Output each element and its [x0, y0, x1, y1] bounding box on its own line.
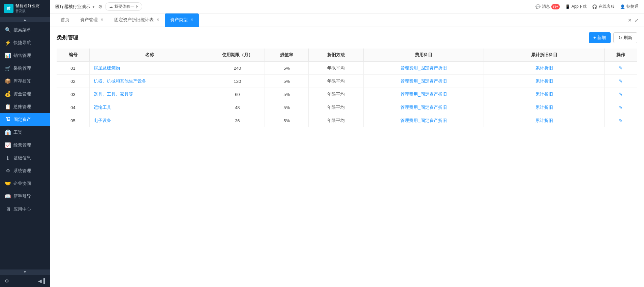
sidebar-item-系统管理[interactable]: ⚙系统管理 [0, 164, 50, 177]
refresh-button[interactable]: ↻ 刷新 [613, 32, 637, 43]
new-button[interactable]: + 新增 [589, 32, 611, 43]
cell-name-text-3[interactable]: 运输工具 [94, 105, 111, 110]
app-download-item[interactable]: 📱 App下载 [565, 4, 587, 9]
sidebar-icon-14: 🖥 [5, 206, 11, 212]
edit-icon-3[interactable]: ✎ [619, 105, 623, 110]
tab-label-3: 资产类型 [170, 17, 188, 23]
sidebar-item-库存核算[interactable]: 📦库存核算 [0, 75, 50, 88]
cell-accum-text-2[interactable]: 累计折旧 [535, 92, 553, 97]
cell-months-0: 240 [210, 62, 265, 75]
message-label: 消息 [542, 4, 550, 9]
sidebar-footer: ⚙ ◀▐ [0, 275, 50, 287]
message-item[interactable]: 💬 消息 99+ [535, 4, 560, 9]
cell-name-text-0[interactable]: 房屋及建筑物 [94, 65, 120, 70]
table-header-row: 编号名称使用期限（月）残值率折旧方法费用科目累计折旧科目操作 [57, 49, 637, 62]
maximize-window-icon[interactable]: ⤢ [635, 18, 639, 23]
cell-action-4[interactable]: ✎ [604, 114, 637, 127]
cell-accum-0: 累计折旧 [484, 62, 605, 75]
app-download-label: App下载 [572, 4, 587, 9]
cell-accum-text-3[interactable]: 累计折旧 [535, 105, 553, 110]
sidebar-scroll-up[interactable]: ▲ [0, 17, 50, 22]
cell-action-3[interactable]: ✎ [604, 101, 637, 114]
tab-资产类型[interactable]: 资产类型✕ [165, 13, 199, 27]
edit-icon-0[interactable]: ✎ [619, 65, 623, 71]
col-header-折旧方法: 折旧方法 [309, 49, 364, 62]
edit-icon-4[interactable]: ✎ [619, 118, 623, 123]
cell-name-text-2[interactable]: 器具、工具、家具等 [94, 92, 133, 97]
sidebar-item-新手引导[interactable]: 📖新手引导 [0, 190, 50, 203]
topbar: 医疗器械行业演示 ▼ ⚙ ☁ 我要体验一下 💬 消息 99+ 📱 App下载 🎧… [50, 0, 644, 13]
sidebar-item-资金管理[interactable]: 💰资金管理 [0, 88, 50, 100]
cell-expense-text-4[interactable]: 管理费用_固定资产折旧 [400, 118, 447, 123]
cell-accum-4: 累计折旧 [484, 114, 605, 127]
sidebar-item-采购管理[interactable]: 🛒采购管理 [0, 62, 50, 75]
sidebar-item-应用中心[interactable]: 🖥应用中心 [0, 203, 50, 216]
cell-accum-text-0[interactable]: 累计折旧 [535, 65, 553, 70]
customer-service-label: 在线客服 [599, 4, 615, 9]
cell-expense-3: 管理费用_固定资产折旧 [363, 101, 484, 114]
tabs-bar-right: ✕ ⤢ [628, 18, 639, 23]
demo-label: 医疗器械行业演示 [55, 4, 90, 10]
demo-selector[interactable]: 医疗器械行业演示 ▼ [55, 4, 95, 10]
cell-action-1[interactable]: ✎ [604, 75, 637, 88]
cell-id-0: 01 [57, 62, 90, 75]
page-actions: + 新增 ↻ 刷新 [589, 32, 637, 43]
sidebar-item-快捷导航[interactable]: ⚡快捷导航 [0, 36, 50, 49]
tab-close-3[interactable]: ✕ [190, 18, 193, 22]
sidebar-label-9: 经营管理 [13, 142, 31, 148]
cell-expense-text-0[interactable]: 管理费用_固定资产折旧 [400, 65, 447, 70]
settings-icon[interactable]: ⚙ [5, 278, 9, 284]
cell-name-text-4[interactable]: 电子设备 [94, 118, 111, 123]
sidebar-item-销售管理[interactable]: 📊销售管理 [0, 49, 50, 62]
sidebar-icon-13: 📖 [5, 193, 11, 199]
table-row: 01房屋及建筑物2405%年限平均管理费用_固定资产折旧累计折旧✎ [57, 62, 637, 75]
customer-service-icon: 🎧 [592, 4, 597, 9]
tabs-bar: 首页资产管理✕固定资产折旧统计表✕资产类型✕ ✕ ⤢ [50, 13, 644, 27]
collapse-icon[interactable]: ◀▐ [38, 278, 45, 284]
sidebar-item-工资[interactable]: 👔工资 [0, 126, 50, 139]
sidebar-item-企业协同[interactable]: 🤝企业协同 [0, 177, 50, 190]
user-item[interactable]: 👤 畅捷通 [620, 4, 639, 9]
tab-固定资产折旧统计表[interactable]: 固定资产折旧统计表✕ [109, 13, 165, 27]
tab-close-2[interactable]: ✕ [156, 18, 159, 22]
cell-expense-text-3[interactable]: 管理费用_固定资产折旧 [400, 105, 447, 110]
main-area: 医疗器械行业演示 ▼ ⚙ ☁ 我要体验一下 💬 消息 99+ 📱 App下载 🎧… [50, 0, 644, 287]
cell-accum-text-1[interactable]: 累计折旧 [535, 78, 553, 84]
logo-text: 畅捷通好业财 [16, 3, 40, 9]
experience-button[interactable]: ☁ 我要体验一下 [105, 2, 142, 11]
sidebar-nav: 🔍搜索菜单⚡快捷导航📊销售管理🛒采购管理📦库存核算💰资金管理📋总账管理🏗固定资产… [0, 22, 50, 269]
sidebar-icon-9: 📈 [5, 142, 11, 148]
edit-icon-2[interactable]: ✎ [619, 92, 623, 97]
sidebar-item-固定资产[interactable]: 🏗固定资产 [0, 113, 50, 126]
sidebar-scroll-down[interactable]: ▼ [0, 269, 50, 275]
cell-method-0: 年限平均 [309, 62, 364, 75]
sidebar-item-基础信息[interactable]: ℹ基础信息 [0, 152, 50, 164]
customer-service-item[interactable]: 🎧 在线客服 [592, 4, 615, 9]
cell-accum-text-4[interactable]: 累计折旧 [535, 118, 553, 123]
tab-label-1: 资产管理 [80, 17, 98, 23]
cell-name-text-1[interactable]: 机器、机械和其他生产设备 [94, 78, 146, 84]
col-header-累计折旧科目: 累计折旧科目 [484, 49, 605, 62]
cell-id-3: 04 [57, 101, 90, 114]
sidebar-icon-11: ⚙ [5, 168, 11, 174]
cell-expense-text-2[interactable]: 管理费用_固定资产折旧 [400, 92, 447, 97]
logo-sub: 普及版 [16, 9, 40, 13]
sidebar-icon-6: 📋 [5, 104, 11, 110]
close-window-icon[interactable]: ✕ [628, 18, 632, 23]
tab-close-1[interactable]: ✕ [100, 18, 103, 22]
cell-months-4: 36 [210, 114, 265, 127]
sidebar-item-搜索菜单[interactable]: 🔍搜索菜单 [0, 24, 50, 36]
topbar-settings-icon[interactable]: ⚙ [98, 4, 102, 10]
sidebar-item-经营管理[interactable]: 📈经营管理 [0, 139, 50, 152]
tab-首页[interactable]: 首页 [55, 13, 75, 27]
cell-id-2: 03 [57, 88, 90, 101]
experience-icon: ☁ [109, 4, 113, 9]
page-title: 类别管理 [57, 34, 78, 41]
cell-action-0[interactable]: ✎ [604, 62, 637, 75]
cell-name-2: 器具、工具、家具等 [90, 88, 210, 101]
cell-action-2[interactable]: ✎ [604, 88, 637, 101]
cell-expense-text-1[interactable]: 管理费用_固定资产折旧 [400, 78, 447, 84]
edit-icon-1[interactable]: ✎ [619, 78, 623, 84]
tab-资产管理[interactable]: 资产管理✕ [75, 13, 109, 27]
sidebar-item-总账管理[interactable]: 📋总账管理 [0, 100, 50, 113]
